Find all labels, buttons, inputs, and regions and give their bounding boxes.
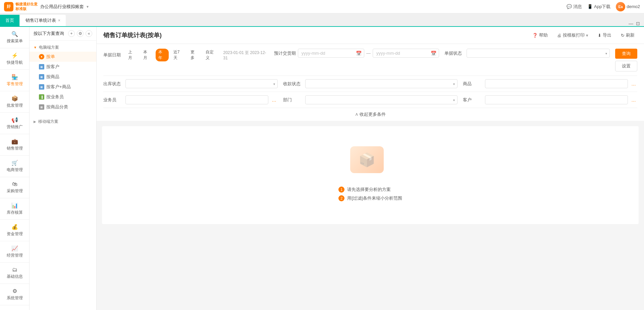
operations-icon: 📈 (1, 245, 28, 252)
filter-container: 单据日期 上月 本月 本年 近7天 更多 自定义 2023-01-01 至 20… (97, 44, 644, 121)
scheme-item-by-customer[interactable]: ▦ 按客户 (30, 62, 96, 72)
action-buttons: 查询 设置 (615, 49, 637, 71)
breadcrumb: 办公用品行业模拟账套 (40, 4, 84, 10)
calendar-start-icon[interactable]: 📅 (356, 51, 362, 56)
retail-icon: 🏪 (1, 74, 28, 80)
by-order-icon: ● (39, 54, 44, 59)
tab-restore-icon[interactable]: ⊡ (636, 21, 640, 26)
system-icon: ⚙ (1, 288, 28, 294)
sidebar-item-operations[interactable]: 📈 经营管理 (0, 241, 29, 263)
print-button[interactable]: 🖨 按模板打印 ▾ (554, 31, 591, 40)
sidebar-item-collab[interactable]: 🤝 企业协同 (0, 305, 29, 310)
scheme-item-by-goods[interactable]: ▦ 按商品 (30, 72, 96, 82)
pc-section-header[interactable]: ▼ 电脑端方案 (30, 43, 96, 52)
sidebar-item-inventory[interactable]: 📊 库存核算 (0, 198, 29, 220)
breadcrumb-arrow-icon[interactable]: ▾ (87, 4, 89, 9)
sidebar-item-wholesale[interactable]: 📦 批发管理 (0, 91, 29, 113)
customer-label: 客户 (463, 97, 483, 103)
salesman-input[interactable] (125, 95, 268, 104)
date-this-year[interactable]: 本年 (156, 49, 169, 61)
bill-status-select[interactable] (467, 49, 610, 58)
tip-num-2: 2 (338, 195, 344, 201)
bill-status-label: 单据状态 (444, 50, 465, 56)
delivery-status-select[interactable] (125, 79, 278, 88)
logo-icon: 好 (4, 2, 13, 11)
customer-more-icon[interactable]: … (630, 97, 637, 103)
sidebar-item-ecommerce[interactable]: 🛒 电商管理 (0, 156, 29, 177)
message-button[interactable]: 💬 消息 (567, 4, 582, 10)
goods-input[interactable] (485, 79, 628, 88)
sidebar: 🔍 搜索菜单 ⚡ 快捷导航 🏪 零售管理 📦 批发管理 📢 营销推广 💼 销售管… (0, 27, 30, 310)
empty-tip-1: 1 请先选择要分析的方案 (338, 187, 402, 193)
collapse-button[interactable]: ∧ 收起更多条件 (355, 111, 386, 117)
date-last-month[interactable]: 上月 (125, 49, 139, 61)
tab-close-icon[interactable]: × (58, 18, 60, 23)
scheme-item-by-customer-goods[interactable]: ▦ 按客户+商品 (30, 82, 96, 92)
date-last-7-days[interactable]: 近7天 (171, 49, 186, 61)
sidebar-item-purchase[interactable]: 🛍 采购管理 (0, 177, 29, 198)
export-button[interactable]: ⬇ 导出 (595, 31, 614, 40)
date-more[interactable]: 更多 (188, 49, 201, 61)
by-customer-icon: ▦ (39, 64, 44, 69)
scheme-item-by-order[interactable]: ● 按单 (30, 52, 96, 62)
tab-home[interactable]: 首页 (0, 15, 19, 26)
by-category-icon: ▦ (39, 104, 44, 110)
scheme-collapse-button[interactable]: « (86, 30, 92, 37)
sidebar-item-retail[interactable]: 🏪 零售管理 (0, 70, 29, 91)
customer-input[interactable] (485, 95, 628, 104)
receipt-status-select[interactable] (305, 79, 458, 88)
mobile-section-header[interactable]: ▶ 移动端方案 (30, 117, 96, 126)
date-this-month[interactable]: 本月 (141, 49, 154, 61)
goods-more-icon[interactable]: … (630, 81, 637, 87)
salesman-more-icon[interactable]: … (270, 97, 278, 103)
tab-minimize-icon[interactable]: — (629, 21, 633, 26)
main-area: 销售订单统计表(按单) ❓ 帮助 🖨 按模板打印 ▾ ⬇ 导出 (97, 27, 644, 310)
sidebar-item-system[interactable]: ⚙ 系统管理 (0, 284, 29, 305)
empty-tips: 1 请先选择要分析的方案 2 用[过滤]条件来缩小分析范围 (338, 187, 402, 204)
refresh-button[interactable]: ↻ 刷新 (618, 31, 637, 40)
sidebar-item-quick-nav[interactable]: ⚡ 快捷导航 (0, 48, 29, 70)
tab-bar: 首页 销售订单统计表 × — ⊡ (0, 13, 644, 27)
by-goods-icon: ▦ (39, 74, 44, 80)
scheme-panel-header: 按以下方案查询 + ⚙ « (30, 27, 96, 41)
scheme-settings-button[interactable]: ⚙ (77, 30, 84, 37)
settings-button[interactable]: 设置 (615, 61, 637, 71)
calendar-end-icon[interactable]: 📅 (431, 51, 436, 56)
mobile-section-title: 移动端方案 (38, 119, 58, 124)
date-label: 单据日期 (103, 52, 123, 58)
expected-date-start-wrapper: 📅 (298, 49, 364, 58)
empty-tip-2: 2 用[过滤]条件来缩小分析范围 (338, 195, 402, 201)
avatar: Ea (616, 2, 625, 11)
sidebar-item-search[interactable]: 🔍 搜索菜单 (0, 27, 29, 48)
expected-date-start[interactable] (298, 49, 364, 58)
inventory-icon: 📊 (1, 202, 28, 209)
scheme-panel-actions: + ⚙ « (68, 30, 92, 37)
ecommerce-icon: 🛒 (1, 160, 28, 166)
export-icon: ⬇ (598, 33, 601, 38)
sidebar-item-marketing[interactable]: 📢 营销推广 (0, 113, 29, 134)
scheme-item-by-category[interactable]: ▦ 按商品分类 (30, 102, 96, 112)
print-dropdown-icon[interactable]: ▾ (586, 33, 588, 38)
help-button[interactable]: ❓ 帮助 (530, 31, 550, 40)
scheme-panel: 按以下方案查询 + ⚙ « ▼ 电脑端方案 ● 按单 ▦ 按客户 (30, 27, 97, 310)
add-scheme-button[interactable]: + (68, 30, 75, 37)
salesman-label: 业务员 (103, 97, 123, 103)
top-bar: 好 畅捷通好生意 标准版 办公用品行业模拟账套 ▾ 💬 消息 📱 App下载 E… (0, 0, 644, 13)
tab-current[interactable]: 销售订单统计表 × (20, 15, 66, 26)
sidebar-item-basic-info[interactable]: 🗂 基础信息 (0, 263, 29, 284)
sidebar-item-finance[interactable]: 💰 资金管理 (0, 220, 29, 241)
app-download-button[interactable]: 📱 App下载 (587, 4, 610, 10)
pc-scheme-section: ▼ 电脑端方案 ● 按单 ▦ 按客户 ▦ 按商品 ▦ 按客户+商品 (30, 41, 96, 115)
department-select[interactable] (305, 95, 458, 104)
sidebar-item-sales[interactable]: 💼 销售管理 (0, 134, 29, 156)
user-menu[interactable]: Ea demo2 (616, 2, 640, 11)
scheme-item-by-salesman[interactable]: ▐ 按业务员 (30, 92, 96, 102)
date-custom[interactable]: 自定义 (203, 49, 220, 61)
date-separator: — (366, 51, 371, 56)
by-salesman-icon: ▐ (39, 94, 44, 100)
by-cg-icon: ▦ (39, 84, 44, 90)
page-title: 销售订单统计表(按单) (103, 31, 162, 39)
expected-date-end[interactable] (373, 49, 439, 58)
query-button[interactable]: 查询 (615, 49, 637, 59)
basic-info-icon: 🗂 (1, 267, 28, 273)
